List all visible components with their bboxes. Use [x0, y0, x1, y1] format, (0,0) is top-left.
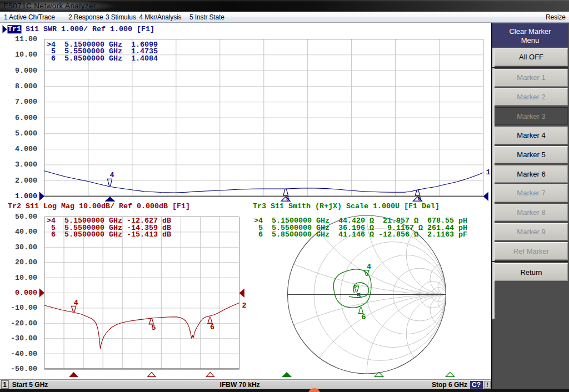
svg-text:4.000: 4.000 — [15, 145, 37, 153]
svg-text:-50.00: -50.00 — [11, 365, 37, 373]
svg-text:6.000: 6.000 — [15, 114, 37, 122]
svg-text:-40.00: -40.00 — [11, 350, 37, 358]
svg-text:9.000: 9.000 — [15, 67, 37, 75]
svg-text:4: 4 — [110, 171, 114, 179]
svg-text:1.000: 1.000 — [15, 192, 37, 200]
svg-text:4: 4 — [367, 263, 371, 271]
svg-text:10.00: 10.00 — [15, 51, 37, 59]
svg-text:2.000: 2.000 — [15, 177, 37, 185]
svg-text:6: 6 — [362, 313, 366, 321]
svg-text:50.00: 50.00 — [15, 213, 37, 221]
svg-text:Tr3 S11 Smith (R+jX) Scale 1.0: Tr3 S11 Smith (R+jX) Scale 1.000U [F1 De… — [253, 202, 440, 210]
svg-text:40.00: 40.00 — [15, 228, 37, 236]
svg-text:3.000: 3.000 — [15, 160, 37, 169]
svg-text:10.00: 10.00 — [15, 274, 37, 282]
svg-text:8.000: 8.000 — [15, 82, 37, 91]
svg-text:6 5.8500000 GHz -15.413 dB: 6 5.8500000 GHz -15.413 dB — [47, 230, 171, 239]
svg-text:5: 5 — [152, 324, 156, 332]
svg-text:6 5.8500000 GHz 1.4084: 6 5.8500000 GHz 1.4084 — [47, 54, 158, 63]
svg-text:6: 6 — [210, 323, 214, 331]
svg-text:0.000: 0.000 — [15, 289, 37, 297]
svg-text:7.000: 7.000 — [15, 98, 37, 106]
svg-text:11.00: 11.00 — [15, 35, 37, 43]
svg-text:-20.00: -20.00 — [11, 319, 37, 328]
svg-text:2: 2 — [242, 301, 247, 310]
svg-text:Tr1: Tr1 — [8, 25, 21, 33]
svg-text:20.00: 20.00 — [15, 258, 37, 267]
svg-text:-10.00: -10.00 — [11, 304, 37, 312]
svg-text:S11 SWR 1.000/ Ref 1.000 [F1]: S11 SWR 1.000/ Ref 1.000 [F1] — [26, 25, 154, 33]
svg-text:5: 5 — [357, 292, 361, 300]
svg-text:6 5.8500000 GHz 41.146 Ω -12: 6 5.8500000 GHz 41.146 Ω -12.856 Ω 2.116… — [254, 230, 467, 239]
svg-text:Tr2 S11 Log Mag 10.00dB/ Ref 0: Tr2 S11 Log Mag 10.00dB/ Ref 0.000dB [F1… — [8, 202, 190, 210]
svg-text:-30.00: -30.00 — [11, 334, 37, 343]
svg-text:4: 4 — [74, 299, 78, 307]
svg-text:30.00: 30.00 — [15, 243, 37, 252]
svg-text:1: 1 — [486, 168, 491, 177]
svg-text:5.000: 5.000 — [15, 129, 37, 138]
